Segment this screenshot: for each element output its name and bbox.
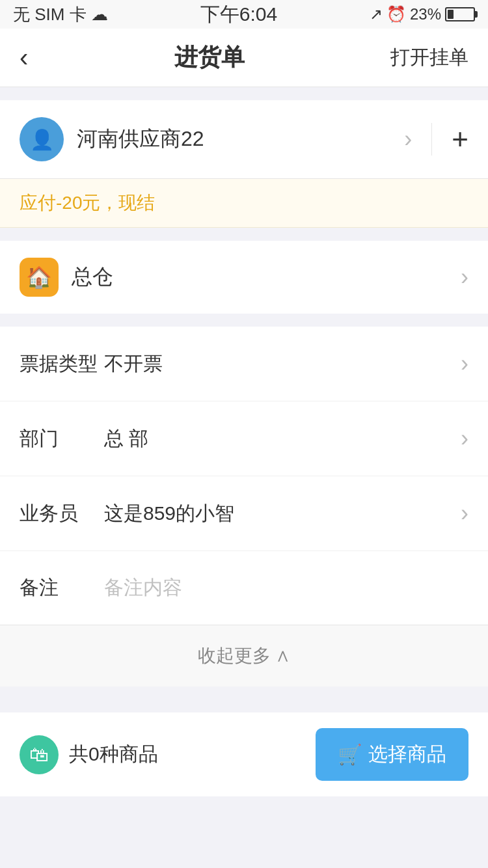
supplier-section: 👤 河南供应商22 + 应付-20元，现结 xyxy=(0,100,488,228)
salesperson-arrow xyxy=(461,500,468,527)
invoice-type-label: 票据类型 xyxy=(20,351,104,377)
battery-icon xyxy=(445,7,475,21)
salesperson-label: 业务员 xyxy=(20,500,104,527)
top-divider xyxy=(0,87,488,100)
invoice-type-arrow xyxy=(461,350,468,377)
invoice-type-row[interactable]: 票据类型 不开票 xyxy=(0,327,488,401)
status-left: 无 SIM 卡 ☁ xyxy=(13,3,108,26)
select-product-button[interactable]: 🛒 选择商品 xyxy=(316,728,468,781)
warehouse-section: 🏠 总仓 xyxy=(0,241,488,314)
form-section: 票据类型 不开票 部门 总 部 业务员 这是859的小智 备注 备注内容 xyxy=(0,327,488,625)
invoice-type-value: 不开票 xyxy=(104,351,461,377)
open-pending-button[interactable]: 打开挂单 xyxy=(390,44,468,71)
home-icon: 🏠 xyxy=(26,265,52,290)
status-right: ↗ ⏰ 23% xyxy=(370,5,475,23)
collapse-row[interactable]: 收起更多 ∧ xyxy=(0,625,488,686)
page-title: 进货单 xyxy=(174,42,245,74)
add-supplier-button[interactable]: + xyxy=(452,125,468,154)
bottom-divider xyxy=(0,686,488,699)
salesperson-row[interactable]: 业务员 这是859的小智 xyxy=(0,476,488,551)
department-row[interactable]: 部门 总 部 xyxy=(0,401,488,476)
battery-percent: 23% xyxy=(410,5,441,23)
bottom-bar: 🛍 共0种商品 🛒 选择商品 xyxy=(0,712,488,796)
alarm-icon: ⏰ xyxy=(386,5,406,23)
warehouse-name: 总仓 xyxy=(72,263,461,292)
supplier-arrow-icon xyxy=(404,126,412,153)
product-count-area: 🛍 共0种商品 xyxy=(20,735,158,774)
supplier-name: 河南供应商22 xyxy=(77,125,404,154)
warehouse-icon: 🏠 xyxy=(20,258,59,297)
notice-banner: 应付-20元，现结 xyxy=(0,179,488,228)
vertical-divider xyxy=(431,123,432,156)
department-value: 总 部 xyxy=(104,426,461,452)
no-sim-label: 无 SIM 卡 ☁ xyxy=(13,3,108,26)
cart-add-icon: 🛒 xyxy=(338,743,362,766)
nav-bar: ‹ 进货单 打开挂单 xyxy=(0,29,488,87)
location-icon: ↗ xyxy=(370,5,383,23)
shopping-bag-icon: 🛍 xyxy=(29,744,49,766)
product-icon: 🛍 xyxy=(20,735,59,774)
status-bar: 无 SIM 卡 ☁ 下午6:04 ↗ ⏰ 23% xyxy=(0,0,488,29)
page-background xyxy=(0,796,488,868)
department-label: 部门 xyxy=(20,426,104,452)
department-arrow xyxy=(461,425,468,452)
remark-row[interactable]: 备注 备注内容 xyxy=(0,551,488,625)
salesperson-value: 这是859的小智 xyxy=(104,500,461,527)
status-time: 下午6:04 xyxy=(200,1,277,28)
remark-input[interactable]: 备注内容 xyxy=(104,575,468,601)
product-count-label: 共0种商品 xyxy=(69,741,158,768)
warehouse-row[interactable]: 🏠 总仓 xyxy=(0,241,488,314)
back-button[interactable]: ‹ xyxy=(20,43,28,72)
select-product-label: 选择商品 xyxy=(368,741,446,768)
mid-divider-1 xyxy=(0,228,488,241)
warehouse-arrow-icon xyxy=(461,264,468,291)
remark-label: 备注 xyxy=(20,575,104,601)
user-icon: 👤 xyxy=(30,128,54,151)
supplier-row[interactable]: 👤 河南供应商22 + xyxy=(0,100,488,179)
supplier-avatar: 👤 xyxy=(20,117,64,161)
